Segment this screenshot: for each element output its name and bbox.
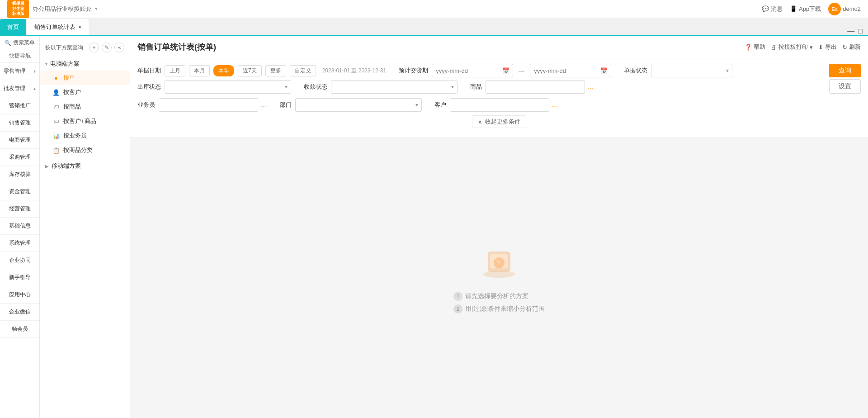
calendar-icon-end[interactable]: 📅 [600,67,608,74]
receive-status-select[interactable] [331,80,458,94]
scheme-by-customer-goods[interactable]: 🏷 按客户+商品 [40,114,130,128]
sidebar-item-enterprise[interactable]: 企业协同 [0,252,39,269]
retail-arrow: ▾ [33,69,36,74]
collapse-panel-btn[interactable]: « [114,43,124,52]
scheme-by-customer[interactable]: 👤 按客户 [40,85,130,100]
app-download-label: App下载 [799,5,821,13]
edit-scheme-btn[interactable]: ✎ [102,43,112,52]
print-dropdown-icon: ▾ [810,44,813,51]
user-menu[interactable]: Ea demo2 [828,3,861,15]
sidebar-item-operation[interactable]: 经营管理 [0,200,39,218]
sidebar-item-wechat[interactable]: 企业微信 [0,304,39,321]
by-order-icon: ● [52,74,60,81]
member-label: 畅会员 [12,325,28,333]
customer-input[interactable] [450,98,549,112]
set-btn[interactable]: 设置 [829,79,861,94]
svg-text:?: ? [496,259,500,266]
sidebar-item-system[interactable]: 系统管理 [0,235,39,252]
refresh-btn[interactable]: ↻ 刷新 [842,43,861,51]
scheme-by-goods[interactable]: 🏷 按商品 [40,100,130,114]
logo: 畅捷通好生意标准版 [7,0,29,20]
custom-btn[interactable]: 自定义 [290,65,316,76]
left-panel-header: 按以下方案查询 + ✎ « [40,40,130,55]
goods-input[interactable] [486,80,585,94]
print-label: 按模板打印 [778,43,808,51]
receive-status-label: 收款状态 [304,83,327,91]
sidebar-item-basic[interactable]: 基础信息 [0,218,39,235]
message-icon: 💬 [762,5,769,12]
print-btn[interactable]: 🖨 按模板打印 ▾ [771,43,813,51]
operation-label: 经营管理 [9,205,31,213]
salesperson-wrap: … [159,98,267,112]
scheme-by-order[interactable]: ● 按单 [40,71,130,85]
by-order-label: 按单 [63,74,75,82]
out-status-wrap: ▾ [165,80,291,94]
expected-date-start[interactable] [432,64,513,77]
last-month-btn[interactable]: 上月 [165,65,185,76]
tab-home[interactable]: 首页 [0,19,26,35]
salesperson-input[interactable] [159,98,258,112]
by-category-label: 按商品分类 [63,146,93,154]
sidebar-item-retail[interactable]: 零售管理 ▾ [0,63,39,80]
sidebar-item-appcenter[interactable]: 应用中心 [0,286,39,304]
salesperson-ellipsis[interactable]: … [260,101,267,109]
app-download-btn[interactable]: 📱 App下载 [790,5,821,13]
calendar-icon-start[interactable]: 📅 [502,67,509,74]
help-btn[interactable]: ❓ 帮助 [745,43,765,51]
doc-status-label: 单据状态 [624,66,647,75]
pc-section-header[interactable]: ▾ 电脑端方案 [40,57,130,71]
doc-status-select[interactable] [651,64,732,77]
doc-status-select-wrap: ▾ [651,64,732,77]
search-icon: 🔍 [5,40,11,46]
search-label: 搜索菜单 [13,39,35,47]
last7-btn[interactable]: 近7天 [238,65,262,76]
collapse-btn[interactable]: ∧ 收起更多条件 [472,115,526,128]
expected-date-end[interactable] [530,64,611,77]
sidebar-item-inventory[interactable]: 库存核算 [0,166,39,183]
sidebar-item-newbie[interactable]: 新手引导 [0,269,39,286]
content-area: 按以下方案查询 + ✎ « ▾ 电脑端方案 ● 按单 👤 按客户 [40,36,868,418]
maximize-btn[interactable]: □ [858,27,863,35]
pc-section-arrow: ▾ [45,62,47,66]
scheme-by-salesperson[interactable]: 📊 按业务员 [40,128,130,143]
date-dash: — [519,67,524,74]
sidebar: 🔍 搜索菜单 快捷导航 零售管理 ▾ 批发管理 ▴ 营销推广 销售管理 电商管理… [0,36,40,418]
minimize-btn[interactable]: — [847,27,854,35]
goods-ellipsis[interactable]: … [587,83,594,91]
sidebar-item-ecommerce[interactable]: 电商管理 [0,132,39,149]
more-btn[interactable]: 更多 [265,65,286,76]
topbar-dropdown-icon[interactable]: ▾ [95,6,98,12]
quick-nav-btn[interactable]: 快捷导航 [0,49,39,63]
dept-select[interactable] [295,98,422,112]
out-status-select[interactable] [165,80,291,94]
mobile-section-header[interactable]: ▶ 移动端方案 [40,159,130,173]
message-label: 消息 [771,5,783,13]
by-category-icon: 📋 [52,147,60,154]
message-btn[interactable]: 💬 消息 [762,5,783,13]
by-salesperson-label: 按业务员 [63,132,87,140]
add-scheme-btn[interactable]: + [89,43,99,52]
wholesale-arrow: ▴ [33,86,36,91]
tab-close-icon[interactable]: × [78,24,81,30]
sidebar-item-marketing[interactable]: 营销推广 [0,97,39,114]
tab-sales-order[interactable]: 销售订单统计表 × [27,19,89,35]
this-month-btn[interactable]: 本月 [189,65,210,76]
main-layout: 🔍 搜索菜单 快捷导航 零售管理 ▾ 批发管理 ▴ 营销推广 销售管理 电商管理… [0,36,868,418]
customer-ellipsis[interactable]: … [551,101,558,109]
finance-label: 资金管理 [9,188,31,195]
this-year-btn[interactable]: 本年 [213,65,234,76]
goods-wrap: … [486,80,594,94]
by-customer-label: 按客户 [63,88,81,96]
sidebar-item-purchase[interactable]: 采购管理 [0,149,39,166]
right-action-col: 查询 设置 [829,64,861,94]
sidebar-item-wholesale[interactable]: 批发管理 ▴ [0,80,39,97]
sidebar-item-sales[interactable]: 销售管理 [0,114,39,132]
expected-date-label: 预计交货期 [399,66,428,75]
inventory-label: 库存核算 [9,171,31,178]
scheme-by-goods-category[interactable]: 📋 按商品分类 [40,143,130,157]
export-btn[interactable]: ⬇ 导出 [818,43,837,51]
search-menu-btn[interactable]: 🔍 搜索菜单 [0,36,39,49]
sidebar-item-finance[interactable]: 资金管理 [0,183,39,200]
sidebar-item-member[interactable]: 畅会员 [0,321,39,338]
query-btn[interactable]: 查询 [829,64,861,77]
